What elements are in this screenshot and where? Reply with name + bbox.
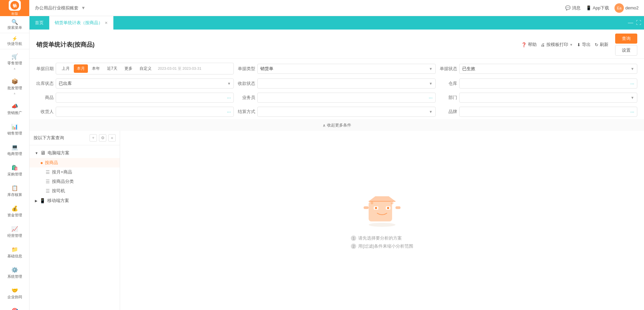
panel-collapse-btn[interactable]: « [108,134,116,142]
warehouse-control[interactable]: ··· [459,79,637,89]
basic-icon: 📁 [11,246,18,253]
salesperson-control[interactable]: ··· [257,93,435,103]
sidebar-item-system[interactable]: ⚙️ 系统管理 [0,263,29,283]
sidebar-search-label: 搜索菜单 [1,25,28,30]
tree-group-mobile-text: 移动端方案 [47,198,69,204]
filter-settlement: 结算方式 ▼ [238,107,435,117]
tab-home[interactable]: 首页 [30,16,49,30]
topbar-right: 💬 消息 📱 App下载 Ea demo2 [565,3,639,13]
receiver-dots-icon[interactable]: ··· [227,109,231,114]
by-machine-icon: ☰ [46,188,50,194]
tab-close-btn[interactable]: ✕ [105,21,108,25]
print-icon: 🖨 [541,42,545,47]
date-btn-this-year[interactable]: 本年 [89,64,103,73]
tree-group-desktop-label[interactable]: ▼ 🖥 电脑端方案 [30,148,120,158]
user-menu[interactable]: Ea demo2 [614,3,639,13]
sidebar-quicknav[interactable]: ⚡ 快捷导航 [0,33,29,49]
empty-state: 1 请先选择要分析的方案 2 用[过滤]条件来缩小分析范围 [120,131,644,310]
query-button[interactable]: 查询 [615,34,637,44]
tab-sales-stat[interactable]: 销货单统计表（按商品） ✕ [49,16,113,30]
sidebar-item-enterprise[interactable]: 🤝 企业协同 [0,283,29,304]
date-filter-control[interactable]: 上月 本月 本年 近7天 更多 自定义 2023-03-01 至 2023-03… [56,63,234,74]
page-actions: ❓ 帮助 🖨 按模板打印 ▼ ⬇ 导出 ↻ 刷新 [521,34,637,56]
sidebar-item-wholesale[interactable]: 📦 批发管理 ▲ [0,74,29,99]
order-status-value: 已生效 [462,66,629,72]
tree-group-mobile-label[interactable]: ▶ 📱 移动端方案 [30,196,120,206]
salesperson-dots-icon[interactable]: ··· [429,95,433,100]
order-status-label: 单据状态 [440,66,457,72]
export-btn[interactable]: ⬇ 导出 [577,42,591,48]
sidebar-item-newbie[interactable]: 🎯 新手引导 [0,304,29,310]
warehouse-dots-icon[interactable]: ··· [630,81,634,86]
template-print-label: 按模板打印 [546,42,568,48]
settings-button[interactable]: 设置 [615,45,637,56]
account-dropdown-icon[interactable]: ▼ [81,5,86,10]
app-download-btn[interactable]: 📱 App下载 [586,5,609,11]
receiver-label: 收货人 [36,109,54,115]
message-label: 消息 [572,5,581,11]
filter-out-status: 出库状态 已出库 ▼ [36,79,234,89]
sidebar-item-ecommerce[interactable]: 💻 电商管理 [0,140,29,160]
refresh-label: 刷新 [600,42,608,48]
tab-maximize-btn[interactable]: ⛶ [636,20,641,26]
tree-item-by-month-goods[interactable]: ☰ 按月+商品 [30,167,120,177]
tree-item-by-goods[interactable]: ● 按商品 [30,158,120,167]
sidebar-item-finance[interactable]: 💰 资金管理 [0,201,29,222]
date-buttons: 上月 本月 本年 近7天 更多 自定义 [59,64,155,73]
panel-settings-btn[interactable]: ⚙ [99,134,106,142]
dept-control[interactable]: ▼ [459,93,637,103]
date-btn-last-month[interactable]: 上月 [59,64,73,73]
sidebar-item-purchase[interactable]: 🛍️ 采购管理 [0,160,29,181]
svg-rect-3 [369,201,392,221]
sidebar-item-basic[interactable]: 📁 基础信息 [0,242,29,263]
date-btn-this-month[interactable]: 本月 [74,64,88,73]
brand-control[interactable]: ··· [459,107,637,117]
sidebar-search[interactable]: 🔍 搜索菜单 [0,16,29,33]
panel-add-btn[interactable]: + [90,134,97,142]
date-btn-more[interactable]: 更多 [121,64,136,73]
right-content: 1 请先选择要分析的方案 2 用[过滤]条件来缩小分析范围 [120,131,644,310]
receiver-control[interactable]: ··· [56,107,234,117]
app-subtitle: 标版 [11,11,18,16]
order-status-dropdown-icon: ▼ [631,67,634,71]
export-icon: ⬇ [577,42,581,47]
date-btn-custom[interactable]: 自定义 [137,64,155,73]
help-btn[interactable]: ❓ 帮助 [521,42,537,48]
empty-illustration [359,190,406,230]
tree-item-by-machine[interactable]: ☰ 按司机 [30,186,120,196]
user-name: demo2 [625,5,639,10]
goods-control[interactable]: ··· [56,93,234,103]
sidebar-item-operation[interactable]: 📈 经营管理 [0,222,29,242]
filter-warehouse: 仓库 ··· [440,79,637,89]
sidebar-item-inventory[interactable]: 📋 库存核算 [0,181,29,201]
collect-status-control[interactable]: ▼ [257,79,435,89]
operation-icon: 📈 [11,226,18,232]
collapse-more-btn[interactable]: ∧ 收起更多条件 [30,119,644,131]
order-status-control[interactable]: 已生效 ▼ [459,64,637,74]
goods-dots-icon[interactable]: ··· [227,95,231,100]
app-logo[interactable]: 畅 标版 [0,0,29,16]
sidebar-menu: 🛒 零售管理 ▲ 📦 批发管理 ▲ 📣 营销推广 📊 销售管理 💻 电商管理 🛍… [0,49,29,310]
warehouse-label: 仓库 [440,81,457,87]
step-2-text: 用[过滤]条件来缩小分析范围 [358,243,413,249]
sidebar-item-sales[interactable]: 📊 销售管理 [0,119,29,140]
settlement-dropdown-icon: ▼ [429,110,433,114]
svg-point-11 [371,202,373,204]
date-btn-7days[interactable]: 近7天 [104,64,120,73]
page-content: 销货单统计表(按商品) ❓ 帮助 🖨 按模板打印 ▼ ⬇ 导出 [30,30,644,310]
date-label: 单据日期 [36,66,54,72]
sidebar-item-marketing[interactable]: 📣 营销推广 [0,99,29,119]
tab-minimize-btn[interactable]: — [628,20,633,26]
refresh-btn[interactable]: ↻ 刷新 [595,42,608,48]
brand-dots-icon[interactable]: ··· [630,109,634,114]
retail-icon: 🛒 [11,53,18,60]
sidebar-item-retail[interactable]: 🛒 零售管理 ▲ [0,49,29,74]
tree-item-by-category[interactable]: ☰ 按商品分类 [30,177,120,186]
home-tab-label: 首页 [35,20,44,26]
collect-status-label: 收款状态 [238,81,255,87]
settlement-control[interactable]: ▼ [257,107,435,117]
order-type-control[interactable]: 销货单 ▼ [257,64,435,74]
message-btn[interactable]: 💬 消息 [565,5,581,11]
template-print-btn[interactable]: 🖨 按模板打印 ▼ [541,42,573,48]
out-status-control[interactable]: 已出库 ▼ [56,79,234,89]
